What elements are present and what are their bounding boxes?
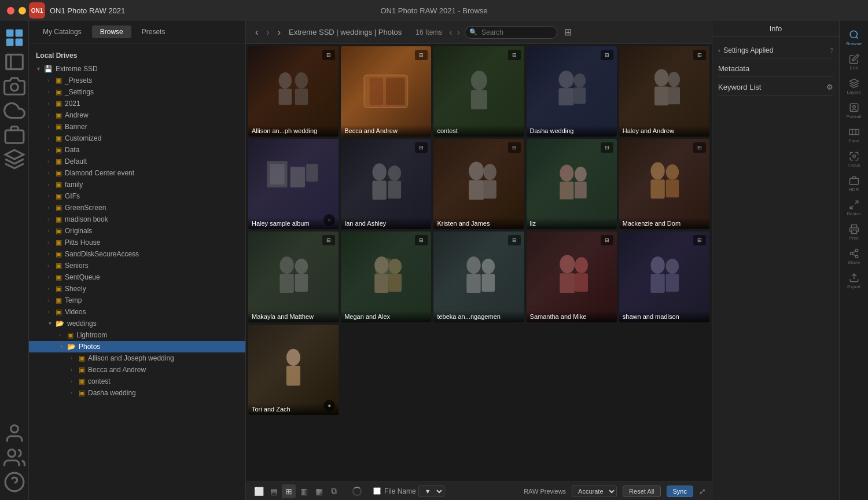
right-pano-icon[interactable]: Pano [843,124,865,146]
right-export-icon[interactable]: Export [843,270,865,292]
photo-item-1[interactable]: ⊟ Allison an...ph wedding [248,46,339,137]
right-focus-icon[interactable]: Focus [843,148,865,170]
view-compare[interactable]: ▥ [297,484,311,498]
nav-albums[interactable] [3,124,25,146]
photo-item-13[interactable]: ⊟ tebeka an...ngagemen [433,231,524,322]
photo-item-16[interactable]: ● Tori and Zach [248,325,339,415]
tree-sentqueue[interactable]: › ▣ SentQueue [29,271,245,283]
tree-extreme-ssd[interactable]: ▼ 💾 Extreme SSD [29,63,245,75]
photo-item-2[interactable]: ⊟ Becca and Andrew [341,46,431,137]
nav-next-icon[interactable]: › [457,27,460,38]
tree-andrew[interactable]: › ▣ Andrew [29,109,245,121]
nav-layers[interactable] [3,148,25,170]
nav-photos[interactable] [3,27,25,49]
filename-dropdown[interactable]: ▼ [418,486,444,497]
right-layers-icon[interactable]: Layers [843,75,865,97]
tab-presets[interactable]: Presets [134,25,174,38]
photo-item-8[interactable]: ⊟ Kristen and James [433,139,524,229]
tree-family[interactable]: › ▣ family [29,179,245,190]
photo-item-6[interactable]: ○ Haley sample album [248,139,339,229]
tree-becca-andrew[interactable]: › ▣ Becca and Andrew [29,364,245,376]
back-button[interactable]: ‹ [252,26,262,39]
right-hdr-icon[interactable]: HDR [843,172,865,194]
tree-sandisk[interactable]: › ▣ SandDiskSecureAccess [29,248,245,260]
tree-madison-book[interactable]: › ▣ madison book [29,214,245,225]
tab-browse[interactable]: Browse [92,25,131,38]
tree-temp[interactable]: › ▣ Temp [29,295,245,306]
photo-item-10[interactable]: ⊟ Mackenzie and Dom [619,139,709,229]
tree-videos[interactable]: › ▣ Videos [29,306,245,318]
arrow-icon: › [47,135,56,141]
tree-settings[interactable]: › ▣ _Settings [29,86,245,98]
tab-my-catalogs[interactable]: My Catalogs [35,25,90,38]
nav-people[interactable] [3,447,25,469]
search-input[interactable] [465,26,557,39]
view-filmstrip-2[interactable]: ▦ [312,484,326,498]
right-resize-icon[interactable]: Resize [843,197,865,219]
photo-item-9[interactable]: ⊟ liz [527,139,617,229]
close-button[interactable] [7,7,14,14]
photo-item-11[interactable]: ⊟ Makayla and Matthew [248,231,339,322]
keyword-gear-icon[interactable]: ⚙ [826,83,833,91]
filename-checkbox[interactable] [373,487,381,495]
tree-gifs[interactable]: › ▣ GIFs [29,190,245,202]
tree-greenscreen[interactable]: › ▣ GreenScreen [29,202,245,214]
right-share-icon[interactable]: Share [843,245,865,267]
minimize-button[interactable] [19,7,26,14]
nav-user[interactable] [3,422,25,444]
folder-icon: ▣ [79,377,85,385]
nav-local[interactable] [3,51,25,73]
tree-sheely[interactable]: › ▣ Sheely [29,283,245,295]
right-browse-icon[interactable]: Browse [843,27,865,49]
tree-2021[interactable]: › ▣ 2021 [29,98,245,109]
folder-button[interactable]: ⊞ [562,25,574,39]
tree-diamond[interactable]: › ▣ Diamond Center event [29,167,245,179]
nav-camera[interactable] [3,75,25,97]
photo-item-4[interactable]: ⊟ Dasha wedding [527,46,617,137]
tree-dasha[interactable]: › ▣ Dasha wedding [29,387,245,399]
photo-item-7[interactable]: ⊟ Ian and Ashley [341,139,431,229]
view-filmstrip[interactable]: ▤ [267,484,281,498]
tree-banner[interactable]: › ▣ Banner [29,121,245,133]
nav-cloud[interactable] [3,100,25,122]
view-filter[interactable]: ⧉ [327,484,341,498]
nav-help[interactable] [3,471,25,493]
forward-button[interactable]: › [274,26,284,39]
tree-weddings[interactable]: ▼ 📂 weddings [29,318,245,329]
tree-default[interactable]: › ▣ Default [29,156,245,167]
right-portrait-icon[interactable]: Portrait [843,100,865,122]
svg-line-83 [855,201,858,204]
right-print-icon[interactable]: Print [843,221,865,243]
tree-label: Lightroom [76,331,107,339]
tree-pitts-house[interactable]: › ▣ Pitts House [29,237,245,248]
tree-originals[interactable]: › ▣ Originals [29,225,245,237]
tree-presets[interactable]: › ▣ _Presets [29,75,245,86]
settings-applied[interactable]: › Settings Applied ? [718,43,833,58]
raw-previews-select[interactable]: Accurate [572,486,617,497]
nav-prev-icon[interactable]: ‹ [449,27,452,38]
reset-all-button[interactable]: Reset All [623,486,660,497]
view-single[interactable]: ⬜ [252,484,266,498]
photo-item-5[interactable]: ⊟ Haley and Andrew [619,46,709,137]
expand-icon[interactable]: ⤢ [699,487,706,496]
photo-item-15[interactable]: ⊟ shawn and madison [619,231,709,322]
tree-photos[interactable]: ▼ 📂 Photos [29,341,245,352]
tree-lightroom[interactable]: › ▣ Lightroom [29,329,245,341]
tree-contest[interactable]: › ▣ contest [29,376,245,387]
svg-line-74 [856,36,858,38]
tree-data[interactable]: › ▣ Data [29,144,245,156]
tree-seniors[interactable]: › ▣ Seniors [29,260,245,271]
view-grid[interactable]: ⊞ [282,484,296,498]
photo-item-12[interactable]: ⊟ Megan and Alex [341,231,431,322]
tree-allison-joseph[interactable]: › ▣ Allison and Joseph wedding [29,352,245,364]
photo-item-14[interactable]: ⊟ Samantha and Mike [527,231,617,322]
info-tab[interactable]: Info [770,24,782,33]
browse-toolbar: ‹ › › Extreme SSD | weddings | Photos 16… [246,21,712,44]
right-edit-icon[interactable]: Edit [843,51,865,73]
svg-rect-78 [849,129,859,134]
export-label: Export [847,284,860,289]
photo-item-3[interactable]: ⊟ contest [433,46,524,137]
sync-button[interactable]: Sync [667,486,693,497]
arrow-icon: › [47,124,56,130]
tree-customized[interactable]: › ▣ Customized [29,133,245,144]
